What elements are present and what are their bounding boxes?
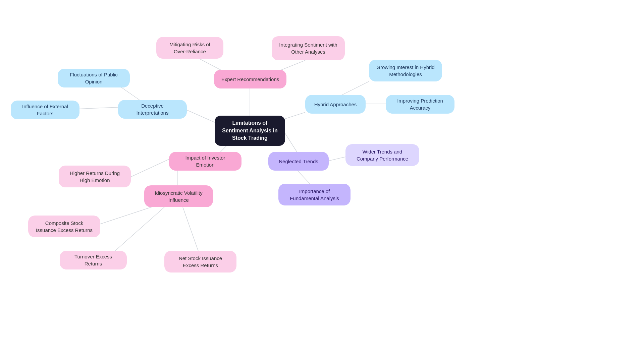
integrating-sentiment-label: Integrating Sentiment with Other Analyse…	[278, 41, 338, 55]
fluctuations-public-label: Fluctuations of Public Opinion	[64, 71, 123, 85]
svg-line-11	[183, 207, 200, 255]
deceptive-interpretations-label: Deceptive Interpretations	[125, 102, 180, 116]
growing-interest-label: Growing Interest in Hybrid Methodologies	[376, 64, 435, 78]
turnover-excess-label: Turnover Excess Returns	[66, 253, 120, 267]
svg-line-7	[129, 159, 169, 178]
svg-line-3	[185, 109, 215, 122]
net-stock-issuance-node: Net Stock Issuance Excess Returns	[164, 251, 236, 273]
higher-returns-node: Higher Returns During High Emotion	[59, 166, 131, 187]
center-label: Limitations of Sentiment Analysis in Sto…	[221, 119, 278, 142]
mitigating-risks-node: Mitigating Risks of Over-Reliance	[156, 37, 223, 59]
center-node: Limitations of Sentiment Analysis in Sto…	[215, 116, 285, 146]
composite-stock-label: Composite Stock Issuance Excess Returns	[35, 220, 94, 234]
net-stock-issuance-label: Net Stock Issuance Excess Returns	[171, 255, 230, 269]
impact-investor-emotion-node: Impact of Investor Emotion	[169, 152, 241, 171]
deceptive-interpretations-node: Deceptive Interpretations	[118, 100, 187, 119]
expert-recommendations-node: Expert Recommendations	[214, 70, 286, 88]
svg-line-13	[327, 157, 345, 161]
mitigating-risks-label: Mitigating Risks of Over-Reliance	[163, 41, 217, 55]
importance-fundamental-node: Importance of Fundamental Analysis	[278, 184, 351, 205]
idiosyncratic-volatility-label: Idiosyncratic Volatility Influence	[151, 189, 206, 203]
influence-external-label: Influence of External Factors	[17, 103, 73, 117]
improving-prediction-node: Improving Prediction Accuracy	[386, 95, 454, 114]
integrating-sentiment-node: Integrating Sentiment with Other Analyse…	[272, 36, 345, 60]
influence-external-node: Influence of External Factors	[11, 101, 79, 119]
wider-trends-node: Wider Trends and Company Performance	[345, 144, 419, 166]
neglected-trends-node: Neglected Trends	[268, 152, 329, 171]
higher-returns-label: Higher Returns During High Emotion	[65, 170, 124, 184]
neglected-trends-label: Neglected Trends	[279, 158, 318, 165]
expert-recommendations-label: Expert Recommendations	[221, 76, 279, 83]
growing-interest-node: Growing Interest in Hybrid Methodologies	[369, 60, 442, 81]
wider-trends-label: Wider Trends and Company Performance	[352, 148, 413, 162]
svg-line-15	[284, 112, 305, 119]
svg-line-5	[78, 107, 118, 109]
impact-investor-emotion-label: Impact of Investor Emotion	[176, 154, 235, 168]
svg-line-12	[283, 131, 297, 152]
fluctuations-public-node: Fluctuations of Public Opinion	[58, 69, 130, 87]
svg-line-10	[111, 207, 164, 255]
svg-line-9	[99, 204, 159, 225]
hybrid-approaches-label: Hybrid Approaches	[314, 101, 357, 108]
improving-prediction-label: Improving Prediction Accuracy	[392, 97, 448, 111]
hybrid-approaches-node: Hybrid Approaches	[305, 95, 366, 114]
composite-stock-node: Composite Stock Issuance Excess Returns	[28, 216, 100, 237]
idiosyncratic-volatility-node: Idiosyncratic Volatility Influence	[144, 185, 213, 207]
turnover-excess-node: Turnover Excess Returns	[60, 251, 127, 269]
importance-fundamental-label: Importance of Fundamental Analysis	[285, 188, 344, 202]
